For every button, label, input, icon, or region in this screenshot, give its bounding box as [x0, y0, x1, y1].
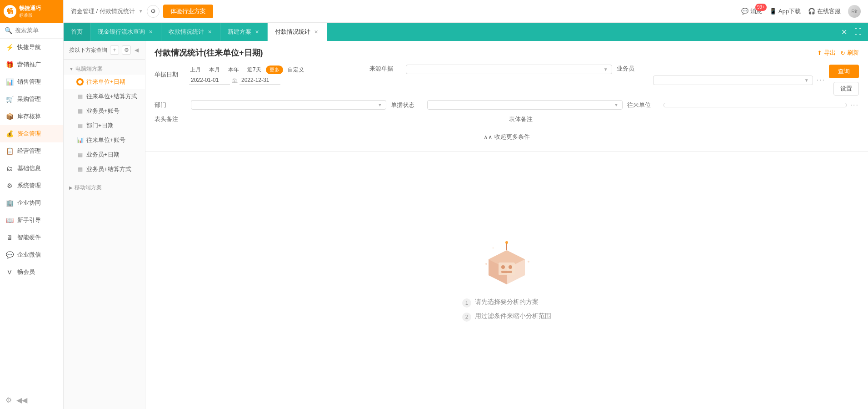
- tab-new-scheme[interactable]: 新建方案 ✕: [220, 23, 268, 41]
- sidebar-item-hardware[interactable]: 🖥 智能硬件: [0, 229, 63, 246]
- app-wrapper: 畅 畅捷通巧 标准版 🔍 搜索菜单 ⚡ 快捷导航 🎁 营销推广 📊 销售管理: [0, 0, 868, 409]
- partner-filter-area: ···: [663, 101, 859, 109]
- sidebar-item-sales[interactable]: 📊 销售管理: [0, 73, 63, 91]
- sidebar-item-quick-nav[interactable]: ⚡ 快捷导航: [0, 39, 63, 56]
- scheme-settings-button[interactable]: ⚙: [122, 45, 131, 55]
- staff-dots-icon[interactable]: ···: [817, 76, 825, 84]
- empty-hints: 1 请先选择要分析的方案 2 用过滤条件来缩小分析范围: [462, 298, 551, 326]
- scheme-item-partner-account[interactable]: 📊 往来单位+账号: [64, 133, 145, 147]
- svg-rect-7: [501, 271, 512, 273]
- refresh-label: 刷新: [847, 49, 859, 57]
- sidebar-item-purchase[interactable]: 🛒 采购管理: [0, 91, 63, 108]
- panel-collapse-button[interactable]: ◀: [134, 46, 140, 54]
- scheme-item-label: 业务员+日期: [86, 151, 120, 159]
- message-action[interactable]: 💬 消息 99+: [741, 7, 762, 15]
- header-note-input[interactable]: [191, 114, 504, 124]
- message-badge: 99+: [755, 4, 767, 11]
- sidebar-item-label: 经营管理: [17, 147, 41, 155]
- date-end-input[interactable]: [239, 76, 280, 85]
- query-button[interactable]: 查询: [829, 65, 859, 78]
- scheme-chart-icon: 📊: [76, 136, 84, 144]
- desktop-section-title[interactable]: ▼ 电脑端方案: [64, 63, 145, 75]
- date-btn-this-year[interactable]: 本年: [224, 65, 243, 75]
- tab-close-all-icon[interactable]: ✕: [839, 26, 849, 38]
- sidebar-item-inventory[interactable]: 📦 库存核算: [0, 108, 63, 125]
- tab-collection[interactable]: 收款情况统计 ✕: [161, 23, 220, 41]
- doc-status-label: 单据状态: [391, 101, 423, 109]
- export-label: 导出: [824, 49, 836, 57]
- online-service-action[interactable]: 🎧 在线客服: [808, 7, 841, 15]
- search-menu-label: 搜索菜单: [15, 26, 39, 35]
- tab-collection-close-icon[interactable]: ✕: [207, 28, 213, 36]
- refresh-button[interactable]: ↻ 刷新: [840, 49, 859, 57]
- tab-payment[interactable]: 付款情况统计 ✕: [268, 23, 327, 41]
- sidebar-item-member[interactable]: V 畅会员: [0, 263, 63, 281]
- query-settings-group: 查询 设置: [829, 65, 859, 96]
- date-btn-custom[interactable]: 自定义: [284, 65, 308, 75]
- sidebar-item-operation[interactable]: 📋 经营管理: [0, 142, 63, 160]
- app-download-action[interactable]: 📱 App下载: [769, 7, 801, 15]
- hint-num-1: 1: [462, 298, 471, 308]
- source-doc-select[interactable]: ▼: [406, 65, 612, 74]
- svg-point-12: [493, 247, 494, 249]
- refresh-icon: ↻: [840, 50, 845, 56]
- tab-bank-flow[interactable]: 现金银行流水查询 ✕: [90, 23, 161, 41]
- sales-icon: 📊: [5, 78, 14, 86]
- mobile-scheme-section[interactable]: ▶ 移动端方案: [64, 182, 145, 193]
- filter-settings-button[interactable]: 设置: [833, 82, 859, 96]
- hint-num-2: 2: [462, 313, 471, 322]
- user-avatar[interactable]: Rit: [848, 5, 861, 18]
- sidebar-item-marketing[interactable]: 🎁 营销推广: [0, 56, 63, 73]
- dept-select[interactable]: ▼: [191, 100, 386, 110]
- date-options-group: 上月 本月 本年 近7天 更多 自定义 至: [186, 65, 365, 85]
- topbar-settings-icon[interactable]: ⚙: [147, 5, 160, 18]
- date-btn-this-month[interactable]: 本月: [205, 65, 224, 75]
- sidebar-settings-icon[interactable]: ⚙: [5, 396, 12, 404]
- partner-select[interactable]: [663, 103, 847, 107]
- tab-home[interactable]: 首页: [64, 23, 90, 41]
- tab-expand-icon[interactable]: ⛶: [853, 26, 863, 38]
- scheme-item-partner-settle[interactable]: ▦ 往来单位+结算方式: [64, 89, 145, 104]
- sidebar-item-wechat[interactable]: 💬 企业微信: [0, 246, 63, 263]
- scheme-item-staff-account[interactable]: ▦ 业务员+账号: [64, 104, 145, 118]
- tab-new-scheme-close-icon[interactable]: ✕: [254, 28, 260, 36]
- tab-payment-close-icon[interactable]: ✕: [313, 28, 319, 36]
- trial-button[interactable]: 体验行业方案: [163, 5, 213, 18]
- date-btn-last-month[interactable]: 上月: [186, 65, 205, 75]
- add-scheme-button[interactable]: +: [110, 45, 119, 55]
- scheme-table-icon: ▦: [76, 93, 84, 100]
- collapse-more-button[interactable]: ∧∧ 收起更多条件: [155, 129, 859, 145]
- search-menu-item[interactable]: 🔍 搜索菜单: [0, 23, 63, 39]
- body-note-input[interactable]: [545, 114, 859, 124]
- staff-select[interactable]: ▼: [653, 76, 813, 85]
- date-btn-last-7days[interactable]: 近7天: [244, 65, 265, 75]
- staff-label: 业务员: [617, 65, 649, 73]
- scheme-item-dept-date[interactable]: ▦ 部门+日期: [64, 118, 145, 133]
- sidebar-item-guide[interactable]: 📖 新手引导: [0, 212, 63, 229]
- tab-bank-flow-label: 现金银行流水查询: [98, 28, 145, 36]
- sidebar-item-label: 销售管理: [17, 78, 41, 86]
- main-area: 资金管理 / 付款情况统计 ▼ ⚙ 体验行业方案 💬 消息 99+ 📱 App下…: [64, 0, 868, 409]
- service-icon: 🎧: [808, 8, 815, 15]
- partner-dots-icon[interactable]: ···: [850, 101, 859, 109]
- date-start-input[interactable]: [189, 76, 230, 85]
- desktop-section-label: 电脑端方案: [75, 65, 103, 73]
- tab-bank-flow-close-icon[interactable]: ✕: [148, 28, 154, 36]
- svg-point-10: [485, 263, 487, 265]
- breadcrumb-arrow-icon[interactable]: ▼: [139, 9, 143, 14]
- scheme-item-label: 往来单位+结算方式: [86, 92, 137, 101]
- sidebar-item-system[interactable]: ⚙ 系统管理: [0, 177, 63, 194]
- scheme-item-partner-date[interactable]: 往来单位+日期: [64, 75, 145, 89]
- scheme-item-staff-date[interactable]: ▦ 业务员+日期: [64, 147, 145, 162]
- dept-label: 部门: [155, 101, 186, 109]
- sidebar-item-basic[interactable]: 🗂 基础信息: [0, 160, 63, 177]
- scheme-item-staff-settle[interactable]: ▦ 业务员+结算方式: [64, 162, 145, 177]
- sidebar-item-capital[interactable]: 💰 资金管理: [0, 125, 63, 142]
- left-panel-actions: + ⚙ ◀: [110, 45, 140, 55]
- sidebar-item-enterprise[interactable]: 🏢 企业协同: [0, 194, 63, 212]
- date-btn-more[interactable]: 更多: [266, 66, 283, 74]
- export-button[interactable]: ⬆ 导出: [817, 49, 836, 57]
- scheme-item-label: 往来单位+账号: [86, 136, 125, 144]
- sidebar-collapse-icon[interactable]: ◀◀: [16, 396, 27, 404]
- doc-status-select[interactable]: ▼: [427, 100, 623, 110]
